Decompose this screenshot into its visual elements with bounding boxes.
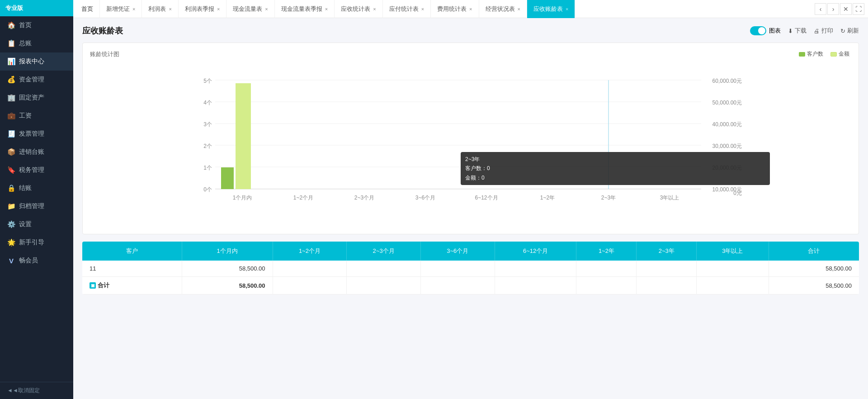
sidebar-label-fixed: 固定资产 (19, 94, 44, 102)
sidebar-label-home: 首页 (19, 21, 32, 29)
tab-operations[interactable]: 经营状况表 × (479, 0, 527, 18)
sidebar-item-fixed[interactable]: 🏢 固定资产 (0, 89, 73, 107)
chart-title: 账龄统计图 (90, 50, 851, 58)
home-icon: 🏠 (7, 21, 15, 29)
sidebar-item-salary[interactable]: 💼 工资 (0, 107, 73, 125)
tab-ar-stats[interactable]: 应收统计表 × (335, 0, 382, 18)
salary-icon: 💼 (7, 112, 15, 120)
sidebar-item-invoice[interactable]: 🧾 发票管理 (0, 125, 73, 143)
sidebar-item-report[interactable]: 📊 报表中心 (0, 52, 73, 71)
total-label-text: 合计 (98, 281, 109, 290)
tabs-bar: 首页 新增凭证 × 利润表 × 利润表季报 × 现金流量表 × 现金流量表季报 … (73, 0, 868, 18)
sidebar-item-settings[interactable]: ⚙️ 设置 (0, 215, 73, 233)
settings-icon: ⚙️ (7, 220, 15, 228)
fixed-icon: 🏢 (7, 94, 15, 102)
tabs-close-all-button[interactable]: ✕ (840, 3, 852, 15)
print-button[interactable]: 🖨 打印 (814, 27, 833, 35)
sidebar-item-archive[interactable]: 📁 归档管理 (0, 197, 73, 215)
refresh-button[interactable]: ↻ 刷新 (840, 27, 859, 35)
close-tab-cashflow[interactable]: × (265, 6, 268, 12)
cell-m1-1: 58,500.00 (182, 261, 273, 277)
download-icon: ⬇ (788, 28, 793, 34)
tab-label-ar-stats: 应收统计表 (341, 5, 370, 13)
cell-total-label: ▣ 合计 (82, 277, 182, 294)
tax-icon: 🔖 (7, 166, 15, 174)
svg-text:3年以上: 3年以上 (660, 195, 679, 201)
tabs-prev-button[interactable]: ‹ (815, 3, 826, 15)
sidebar-item-tax[interactable]: 🔖 税务管理 (0, 161, 73, 179)
tab-label-new-voucher: 新增凭证 (106, 5, 130, 13)
aging-table: 客户 1个月内 1~2个月 2~3个月 3~6个月 6~12个月 1~2年 2~… (82, 242, 859, 294)
print-icon: 🖨 (814, 28, 820, 34)
chart-toggle[interactable] (750, 26, 766, 35)
main-content: 首页 新增凭证 × 利润表 × 利润表季报 × 现金流量表 × 现金流量表季报 … (73, 0, 868, 399)
tab-ap-stats[interactable]: 应付统计表 × (383, 0, 431, 18)
sidebar-item-inout[interactable]: 📦 进销台账 (0, 143, 73, 161)
sidebar-item-fund[interactable]: 💰 资金管理 (0, 71, 73, 89)
tab-profit[interactable]: 利润表 × (142, 0, 178, 18)
tabs-controls: ‹ › ✕ ⛶ (815, 3, 866, 15)
refresh-label: 刷新 (847, 27, 859, 35)
tab-ar-aging[interactable]: 应收账龄表 × (527, 0, 575, 18)
chart-svg-wrap: 5个 4个 3个 2个 1个 0个 60,000.00元 50,000.00元 … (90, 64, 851, 227)
sidebar-unpin-button[interactable]: ◄◄取消固定 (0, 382, 73, 399)
page-content: 应收账龄表 图表 ⬇ 下载 🖨 打印 ↻ 刷新 (73, 18, 868, 399)
svg-text:60,000.00元: 60,000.00元 (712, 78, 742, 84)
sidebar-label-report: 报表中心 (19, 57, 44, 66)
chart-container: 账龄统计图 客户数 金额 5个 4个 3个 2个 1个 (82, 43, 859, 234)
cell-y3plus-1 (697, 261, 769, 277)
sidebar-item-home[interactable]: 🏠 首页 (0, 16, 73, 34)
sidebar-label-inout: 进销台账 (19, 148, 44, 156)
tab-expense[interactable]: 费用统计表 × (431, 0, 479, 18)
close-tab-new-voucher[interactable]: × (132, 6, 135, 12)
col-header-y12: 1~2年 (576, 242, 637, 261)
col-header-m36: 3~6个月 (420, 242, 495, 261)
sidebar-label-vip: 畅会员 (19, 256, 38, 265)
download-button[interactable]: ⬇ 下载 (788, 27, 807, 35)
sidebar-label-close: 结账 (19, 184, 32, 192)
sidebar-item-close[interactable]: 🔒 结账 (0, 179, 73, 197)
close-tab-profit[interactable]: × (169, 6, 171, 12)
tab-label-cashflow-q: 现金流量表季报 (281, 5, 322, 13)
tabs-next-button[interactable]: › (827, 3, 839, 15)
svg-text:50,000.00元: 50,000.00元 (712, 100, 742, 106)
close-tab-ap-stats[interactable]: × (421, 6, 424, 12)
close-tab-ar-stats[interactable]: × (373, 6, 376, 12)
download-label: 下载 (795, 27, 807, 35)
tab-new-voucher[interactable]: 新增凭证 × (100, 0, 142, 18)
cell-m23-1 (347, 261, 421, 277)
legend-customer-color (799, 52, 805, 57)
table-header-row: 客户 1个月内 1~2个月 2~3个月 3~6个月 6~12个月 1~2年 2~… (82, 242, 859, 261)
close-tab-expense[interactable]: × (469, 6, 472, 12)
close-tab-cashflow-q[interactable]: × (325, 6, 328, 12)
page-header: 应收账龄表 图表 ⬇ 下载 🖨 打印 ↻ 刷新 (82, 25, 859, 36)
tab-cashflow[interactable]: 现金流量表 × (226, 0, 274, 18)
tabs-maximize-button[interactable]: ⛶ (853, 3, 864, 15)
cell-total-m1: 58,500.00 (182, 277, 273, 294)
close-tab-profit-q[interactable]: × (217, 6, 220, 12)
sidebar-item-vip[interactable]: V 畅会员 (0, 252, 73, 270)
close-tab-ar-aging[interactable]: × (566, 6, 568, 12)
close-tab-operations[interactable]: × (518, 6, 520, 12)
tab-profit-q[interactable]: 利润表季报 × (179, 0, 226, 18)
guide-icon: 🌟 (7, 238, 15, 247)
sidebar-item-guide[interactable]: 🌟 新手引导 (0, 233, 73, 252)
sidebar-label-tax: 税务管理 (19, 166, 44, 174)
cell-total-y3plus (697, 277, 769, 294)
sidebar-label-salary: 工资 (19, 112, 32, 120)
col-header-m612: 6~12个月 (495, 242, 576, 261)
close-account-icon: 🔒 (7, 184, 15, 192)
svg-text:0个: 0个 (203, 186, 212, 193)
sidebar-item-ledger[interactable]: 📋 总账 (0, 34, 73, 52)
tab-cashflow-q[interactable]: 现金流量表季报 × (275, 0, 335, 18)
legend-amount-label: 金额 (839, 50, 849, 58)
tab-label-cashflow: 现金流量表 (233, 5, 262, 13)
chart-toggle-wrap: 图表 (750, 26, 781, 35)
app-logo: 专业版 (0, 0, 73, 16)
print-label: 打印 (821, 27, 833, 35)
unpin-label: ◄◄取消固定 (7, 387, 40, 394)
invoice-icon: 🧾 (7, 130, 15, 138)
svg-text:1~2年: 1~2年 (540, 195, 555, 201)
chart-toggle-label: 图表 (769, 27, 781, 35)
tab-home[interactable]: 首页 (75, 0, 100, 18)
